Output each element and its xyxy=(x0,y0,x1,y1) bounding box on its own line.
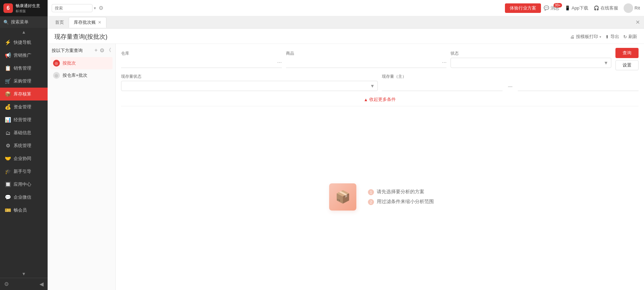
sidebar-scroll-down[interactable]: ▼ xyxy=(0,270,48,278)
sidebar-footer: ⚙ ◀ xyxy=(0,278,48,290)
scheme-label-by-batch: 按批次 xyxy=(63,60,76,66)
sidebar-item-base[interactable]: 🗂 基础信息 xyxy=(0,126,48,139)
sidebar-item-newbie[interactable]: 🎓 新手引导 xyxy=(0,165,48,178)
stock-status-filter-select[interactable]: ▼ xyxy=(121,81,378,91)
export-btn[interactable]: ⬆ 导出 xyxy=(605,34,619,40)
warehouse-filter-input[interactable]: ··· xyxy=(121,58,282,68)
sidebar-item-member[interactable]: 🎫 畅会员 xyxy=(0,204,48,217)
sidebar-item-inventory[interactable]: 📦 库存核算 xyxy=(0,88,48,101)
sidebar-item-purchase[interactable]: 🛒 采购管理 xyxy=(0,75,48,88)
user-avatar xyxy=(624,3,633,13)
operations-icon: 📊 xyxy=(5,117,11,123)
tab-inventory-batch[interactable]: 库存批次账 ✕ xyxy=(69,17,106,28)
search-menu-item[interactable]: 🔍 搜索菜单 xyxy=(0,16,48,28)
sidebar-item-system[interactable]: ⚙ 系统管理 xyxy=(0,139,48,152)
stock-qty-filter-label: 现存量（主） xyxy=(382,74,639,79)
filter-group-warehouse: 仓库 ··· xyxy=(121,51,282,68)
empty-texts: 1 请先选择要分析的方案 2 用过滤条件来缩小分析范围 xyxy=(368,189,434,205)
finance-icon: 💰 xyxy=(5,104,11,110)
empty-step-1-text: 请先选择要分析的方案 xyxy=(377,189,424,195)
scheme-icon-batch: ◎ xyxy=(53,60,60,67)
left-panel-actions: + ⚙ 《 xyxy=(95,47,111,54)
sidebar-item-marketing[interactable]: 📢 营销推广 xyxy=(0,49,48,62)
query-button[interactable]: 查询 xyxy=(615,48,639,58)
topbar: ▾ ⚙ 体验行业方案 💬 消息 99+ 📱 App下载 🎧 在线客服 Rit xyxy=(48,0,644,16)
left-panel: 按以下方案查询 + ⚙ 《 ◎ 按批次 ◎ 按仓库+批次 xyxy=(48,44,116,290)
sidebar-item-weixin[interactable]: 💬 企业微信 xyxy=(0,191,48,204)
page-title: 现存量查询(按批次) xyxy=(54,33,107,41)
tab-inventory-batch-label: 库存批次账 xyxy=(74,19,96,25)
sales-icon: 📋 xyxy=(5,65,11,71)
sidebar-label-finance: 资金管理 xyxy=(14,104,31,110)
sidebar-item-app-center[interactable]: 🔲 应用中心 xyxy=(0,178,48,191)
refresh-label: 刷新 xyxy=(628,34,637,40)
sidebar-item-sales[interactable]: 📋 销售管理 xyxy=(0,62,48,75)
tab-home[interactable]: 首页 xyxy=(50,17,69,28)
sidebar-label-enterprise: 企业协同 xyxy=(14,156,31,162)
print-btn[interactable]: 🖨 按模板打印 ▾ xyxy=(570,34,601,40)
sidebar-item-finance[interactable]: 💰 资金管理 xyxy=(0,101,48,113)
stock-qty-to-input[interactable] xyxy=(518,81,639,91)
search-icon: 🔍 xyxy=(3,20,9,25)
warehouse-dots-icon[interactable]: ··· xyxy=(277,59,282,66)
collapse-up-icon: ▲ xyxy=(364,97,368,102)
marketing-icon: 📢 xyxy=(5,52,11,58)
sidebar-item-quick-nav[interactable]: ⚡ 快捷导航 xyxy=(0,36,48,49)
topbar-right: 💬 消息 99+ 📱 App下载 🎧 在线客服 Rit xyxy=(544,3,640,13)
topbar-chevron-icon[interactable]: ▾ xyxy=(94,6,96,11)
product-filter-input[interactable]: ··· xyxy=(286,58,447,68)
body-split: 按以下方案查询 + ⚙ 《 ◎ 按批次 ◎ 按仓库+批次 xyxy=(48,44,644,290)
scheme-item-by-warehouse-batch[interactable]: ◎ 按仓库+批次 xyxy=(50,69,113,81)
sidebar-collapse-icon[interactable]: ◀ xyxy=(39,281,44,287)
weixin-icon: 💬 xyxy=(5,194,11,200)
sidebar-scroll-up[interactable]: ▲ xyxy=(0,28,48,36)
trial-btn[interactable]: 体验行业方案 xyxy=(505,3,541,13)
print-chevron-icon: ▾ xyxy=(599,35,601,39)
user-avatar-area[interactable]: Rit xyxy=(624,3,640,13)
purchase-icon: 🛒 xyxy=(5,78,11,84)
app-download-label: App下载 xyxy=(572,5,588,11)
empty-state: 1 请先选择要分析的方案 2 用过滤条件来缩小分析范围 xyxy=(121,108,639,286)
tabbar: 首页 库存批次账 ✕ ✕ xyxy=(48,16,644,29)
filter-group-stock-qty: 现存量（主） — xyxy=(382,74,639,91)
messages-btn[interactable]: 💬 消息 99+ xyxy=(544,5,559,11)
sidebar-header-text: 畅康通好生意 标准版 xyxy=(16,3,40,14)
step-1-num: 1 xyxy=(368,189,374,195)
tab-home-label: 首页 xyxy=(55,19,64,25)
left-panel-collapse-icon[interactable]: 《 xyxy=(106,47,111,54)
refresh-btn[interactable]: ↻ 刷新 xyxy=(623,34,637,40)
settings-button[interactable]: 设置 xyxy=(615,60,639,70)
add-scheme-btn[interactable]: + xyxy=(95,47,98,54)
tab-close-icon[interactable]: ✕ xyxy=(98,20,101,25)
sidebar-item-operations[interactable]: 📊 经营管理 xyxy=(0,113,48,126)
sidebar-item-enterprise[interactable]: 🤝 企业协同 xyxy=(0,152,48,165)
product-dots-icon[interactable]: ··· xyxy=(442,59,446,66)
collapse-filters-btn[interactable]: ▲ 收起更多条件 xyxy=(121,94,639,105)
divider xyxy=(121,106,639,106)
page-header-actions: 🖨 按模板打印 ▾ ⬆ 导出 ↻ 刷新 xyxy=(570,34,637,40)
product-filter-label: 商品 xyxy=(286,51,447,56)
print-icon: 🖨 xyxy=(570,34,575,39)
online-support-btn[interactable]: 🎧 在线客服 xyxy=(594,5,618,11)
inventory-icon: 📦 xyxy=(5,91,11,97)
scheme-list: ◎ 按批次 ◎ 按仓库+批次 xyxy=(48,57,115,81)
online-support-label: 在线客服 xyxy=(600,5,618,11)
stock-status-chevron-icon: ▼ xyxy=(370,83,375,89)
tabbar-close-all-icon[interactable]: ✕ xyxy=(634,18,641,27)
message-icon: 💬 xyxy=(544,5,549,11)
topbar-search-input[interactable] xyxy=(52,4,92,12)
status-filter-select[interactable]: ▼ xyxy=(451,58,611,68)
topbar-breadcrumb: ▾ ⚙ xyxy=(52,4,502,12)
sidebar-label-purchase: 采购管理 xyxy=(14,78,31,84)
scheme-settings-icon[interactable]: ⚙ xyxy=(100,47,104,54)
sidebar-settings-icon[interactable]: ⚙ xyxy=(4,281,9,287)
topbar-gear-icon[interactable]: ⚙ xyxy=(99,5,103,11)
warehouse-filter-label: 仓库 xyxy=(121,51,282,56)
app-download-btn[interactable]: 📱 App下载 xyxy=(565,5,588,11)
status-chevron-icon: ▼ xyxy=(604,60,608,66)
right-panel: 仓库 ··· 商品 ··· xyxy=(116,44,644,290)
sidebar-label-app-center: 应用中心 xyxy=(14,181,31,187)
stock-qty-from-input[interactable] xyxy=(382,81,503,91)
quick-nav-icon: ⚡ xyxy=(5,39,11,46)
scheme-item-by-batch[interactable]: ◎ 按批次 xyxy=(50,57,113,69)
